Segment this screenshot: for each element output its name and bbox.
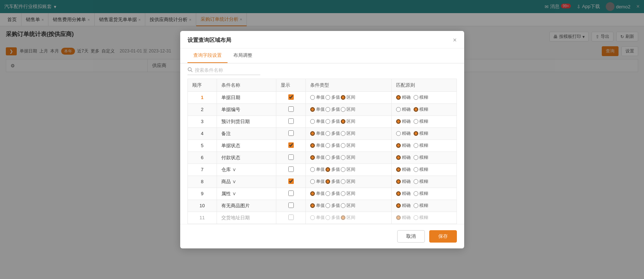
type-radio-option[interactable]: 区间 (341, 154, 355, 161)
type-radio-input[interactable] (325, 191, 330, 196)
show-checkbox[interactable] (288, 106, 294, 112)
type-radio-option[interactable]: 区间 (341, 142, 355, 149)
match-radio-input[interactable] (414, 155, 418, 160)
match-radio-option[interactable]: 精确 (396, 142, 411, 149)
type-radio-input[interactable] (310, 167, 315, 172)
type-radio-option[interactable]: 多值 (325, 130, 340, 137)
match-radio-option[interactable]: 模糊 (414, 130, 428, 137)
show-checkbox[interactable] (288, 130, 294, 136)
show-checkbox[interactable] (288, 203, 294, 208)
match-radio-input[interactable] (414, 215, 418, 220)
type-radio-input[interactable] (310, 203, 315, 208)
type-radio-option[interactable]: 区间 (341, 203, 355, 209)
type-radio-input[interactable] (341, 155, 345, 160)
type-radio-input[interactable] (341, 119, 345, 124)
type-radio-option[interactable]: 区间 (341, 215, 355, 221)
type-radio-option[interactable]: 单值 (310, 130, 325, 137)
type-radio-input[interactable] (325, 119, 330, 124)
type-radio-option[interactable]: 区间 (341, 130, 355, 137)
match-radio-input[interactable] (396, 95, 401, 100)
type-radio-option[interactable]: 区间 (341, 178, 355, 185)
type-radio-input[interactable] (341, 143, 345, 148)
type-radio-input[interactable] (325, 131, 330, 136)
match-radio-option[interactable]: 精确 (396, 154, 411, 161)
match-radio-input[interactable] (396, 143, 401, 148)
type-radio-input[interactable] (310, 191, 315, 196)
type-radio-option[interactable]: 多值 (325, 166, 340, 173)
match-radio-option[interactable]: 模糊 (414, 166, 428, 173)
type-radio-option[interactable]: 多值 (325, 106, 340, 113)
match-radio-input[interactable] (396, 167, 401, 172)
match-radio-input[interactable] (396, 131, 401, 136)
type-radio-option[interactable]: 单值 (310, 118, 325, 125)
match-radio-option[interactable]: 精确 (396, 166, 411, 173)
cancel-button[interactable]: 取消 (397, 230, 425, 243)
type-radio-option[interactable]: 单值 (310, 142, 325, 149)
match-radio-input[interactable] (396, 155, 401, 160)
match-radio-option[interactable]: 精确 (396, 94, 411, 101)
save-button[interactable]: 保存 (429, 230, 457, 243)
match-radio-input[interactable] (414, 191, 418, 196)
type-radio-option[interactable]: 区间 (341, 106, 355, 113)
match-radio-option[interactable]: 模糊 (414, 94, 428, 101)
match-radio-option[interactable]: 模糊 (414, 154, 428, 161)
type-radio-input[interactable] (310, 215, 315, 220)
type-radio-option[interactable]: 区间 (341, 94, 355, 101)
show-checkbox[interactable] (288, 118, 294, 124)
match-radio-input[interactable] (396, 215, 401, 220)
show-checkbox[interactable] (288, 154, 294, 160)
type-radio-input[interactable] (310, 155, 315, 160)
match-radio-input[interactable] (414, 203, 418, 208)
match-radio-option[interactable]: 模糊 (414, 190, 428, 197)
match-radio-option[interactable]: 精确 (396, 118, 411, 125)
type-radio-input[interactable] (310, 95, 315, 100)
type-radio-input[interactable] (325, 107, 330, 112)
match-radio-option[interactable]: 精确 (396, 106, 411, 113)
type-radio-input[interactable] (325, 203, 330, 208)
match-radio-option[interactable]: 模糊 (414, 203, 428, 209)
type-radio-option[interactable]: 单值 (310, 203, 325, 209)
show-checkbox[interactable] (288, 215, 294, 220)
match-radio-input[interactable] (396, 203, 401, 208)
match-radio-option[interactable]: 精确 (396, 203, 411, 209)
type-radio-option[interactable]: 单值 (310, 154, 325, 161)
tab-layout-adjust[interactable]: 布局调整 (228, 48, 258, 63)
type-radio-input[interactable] (341, 215, 345, 220)
type-radio-option[interactable]: 区间 (341, 118, 355, 125)
type-radio-option[interactable]: 区间 (341, 166, 355, 173)
type-radio-input[interactable] (325, 179, 330, 184)
type-radio-option[interactable]: 单值 (310, 94, 325, 101)
type-radio-input[interactable] (310, 119, 315, 124)
type-radio-input[interactable] (325, 155, 330, 160)
match-radio-input[interactable] (414, 107, 418, 112)
show-checkbox[interactable] (288, 178, 294, 184)
match-radio-input[interactable] (396, 107, 401, 112)
match-radio-input[interactable] (396, 179, 401, 184)
match-radio-option[interactable]: 模糊 (414, 106, 428, 113)
show-checkbox[interactable] (288, 142, 294, 148)
show-checkbox[interactable] (288, 166, 294, 172)
match-radio-input[interactable] (414, 131, 418, 136)
match-radio-input[interactable] (414, 167, 418, 172)
type-radio-option[interactable]: 单值 (310, 215, 325, 221)
match-radio-option[interactable]: 模糊 (414, 178, 428, 185)
type-radio-input[interactable] (341, 107, 345, 112)
type-radio-option[interactable]: 多值 (325, 142, 340, 149)
type-radio-option[interactable]: 多值 (325, 190, 340, 197)
match-radio-option[interactable]: 精确 (396, 130, 411, 137)
match-radio-input[interactable] (414, 179, 418, 184)
search-input[interactable] (195, 67, 253, 73)
match-radio-option[interactable]: 精确 (396, 178, 411, 185)
match-radio-input[interactable] (396, 119, 401, 124)
type-radio-input[interactable] (341, 95, 345, 100)
type-radio-option[interactable]: 区间 (341, 190, 355, 197)
type-radio-input[interactable] (325, 95, 330, 100)
show-checkbox[interactable] (288, 190, 294, 196)
type-radio-input[interactable] (325, 167, 330, 172)
type-radio-option[interactable]: 单值 (310, 106, 325, 113)
type-radio-option[interactable]: 多值 (325, 178, 340, 185)
show-checkbox[interactable] (288, 94, 294, 100)
type-radio-input[interactable] (341, 203, 345, 208)
type-radio-input[interactable] (341, 167, 345, 172)
match-radio-option[interactable]: 模糊 (414, 118, 428, 125)
